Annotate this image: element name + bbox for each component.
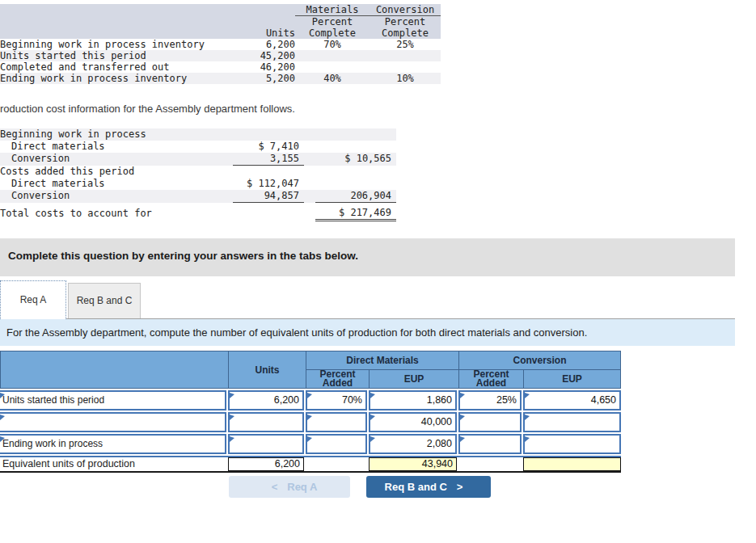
units-value: 46,200 xyxy=(202,61,295,73)
row-label: Direct materials xyxy=(0,141,233,153)
units-column-header: Units xyxy=(202,27,295,39)
amount-col1: $ 112,047 xyxy=(233,178,304,190)
conversion-pct-value xyxy=(370,50,441,61)
dm-percent-input[interactable]: 70% xyxy=(306,390,367,410)
table-row: Beginning work in process xyxy=(0,128,396,141)
conversion-group-header: Conversion xyxy=(370,4,441,16)
row-label: Costs added this period xyxy=(0,166,233,179)
amount-col1: $ 7,410 xyxy=(233,141,304,153)
table-row: Costs added this period xyxy=(0,166,396,179)
units-column-header: Units xyxy=(228,351,306,389)
col-gap xyxy=(304,190,315,203)
units-input[interactable] xyxy=(228,434,304,454)
dm-eup-input[interactable]: 40,000 xyxy=(369,412,457,432)
tab-req-a[interactable]: Req A xyxy=(0,280,66,319)
tab-req-b-and-c[interactable]: Req B and C xyxy=(68,283,141,318)
answer-table-body: Units started this period 6,200 70% 1,86… xyxy=(0,390,621,473)
table-row: Units started this period 45,200 xyxy=(0,50,441,61)
units-summary-table: Materials Conversion Percent Percent Uni… xyxy=(0,4,441,84)
header-spacer xyxy=(0,16,295,28)
answer-marker-icon xyxy=(0,415,5,420)
table-row: Direct materials $ 112,047 xyxy=(0,178,396,190)
cv-percent-added-header: Percent Added xyxy=(458,369,524,389)
totals-row-label: Equivalent units of production xyxy=(0,457,226,471)
materials-percent-header: Percent xyxy=(295,16,370,28)
row-label-input[interactable]: Units started this period xyxy=(0,390,226,410)
answer-row: 40,000 xyxy=(0,412,621,432)
answer-marker-icon xyxy=(230,393,234,398)
table-row: Ending work in process inventory 5,200 4… xyxy=(0,73,441,84)
answer-marker-icon xyxy=(0,436,5,442)
dm-eup-input[interactable]: 2,080 xyxy=(369,434,457,454)
row-label: Conversion xyxy=(0,153,233,166)
amount-col2 xyxy=(315,166,396,179)
answer-marker-icon xyxy=(307,415,312,420)
conversion-percent-header: Percent xyxy=(370,16,441,28)
table-row: Beginning work in process inventory 6,20… xyxy=(0,39,441,50)
cv-eup-input[interactable] xyxy=(523,412,621,432)
col-gap xyxy=(304,128,315,141)
prev-req-a-button[interactable]: <Req A xyxy=(229,476,350,498)
conversion-group-header: Conversion xyxy=(458,351,621,370)
col-gap xyxy=(304,207,315,221)
direct-materials-group-header: Direct Materials xyxy=(306,351,459,370)
materials-pct-value xyxy=(295,50,370,61)
answer-marker-icon xyxy=(230,436,234,442)
row-label: Direct materials xyxy=(0,178,233,190)
answer-marker-icon xyxy=(460,393,465,398)
units-value: 6,200 xyxy=(202,39,295,50)
answer-marker-icon xyxy=(525,436,530,442)
header-spacer xyxy=(0,27,202,39)
chevron-right-icon: > xyxy=(457,476,463,498)
answer-marker-icon xyxy=(307,436,312,442)
answer-marker-icon xyxy=(525,415,530,420)
cv-percent-input[interactable] xyxy=(458,434,522,454)
cv-eup-input[interactable] xyxy=(523,434,621,454)
conversion-pct-value xyxy=(370,61,441,73)
units-input[interactable] xyxy=(228,412,304,432)
answer-marker-icon xyxy=(460,436,465,442)
row-label: Ending work in process inventory xyxy=(0,73,202,84)
answer-row: Ending work in process 2,080 xyxy=(0,434,621,454)
amount-col1 xyxy=(233,128,304,141)
total-dm-eup-cell: 43,940 xyxy=(369,457,457,471)
col-gap xyxy=(304,153,315,166)
materials-pct-value: 40% xyxy=(295,73,370,84)
units-value: 5,200 xyxy=(202,73,295,84)
materials-complete-header: Complete xyxy=(295,27,370,39)
col-gap xyxy=(304,141,315,153)
conversion-complete-header: Complete xyxy=(370,27,441,39)
table-row: Total costs to account for $ 217,469 xyxy=(0,207,396,221)
amount-col1 xyxy=(233,166,304,179)
answer-marker-icon xyxy=(230,415,234,420)
instruction-text: For the Assembly department, compute the… xyxy=(0,319,735,339)
dm-percent-added-header: Percent Added xyxy=(306,369,370,389)
amount-col2: 206,904 xyxy=(315,190,396,203)
row-label: Beginning work in process xyxy=(0,128,233,141)
cv-percent-input[interactable]: 25% xyxy=(458,390,522,410)
row-label: Conversion xyxy=(0,190,233,203)
cv-percent-input[interactable] xyxy=(458,412,522,432)
dm-percent-input[interactable] xyxy=(306,412,367,432)
row-label-input[interactable]: Ending work in process xyxy=(0,434,226,454)
spacer-cell xyxy=(306,457,367,471)
dm-percent-input[interactable] xyxy=(306,434,367,454)
row-label-input[interactable] xyxy=(0,412,226,432)
totals-row: Equivalent units of production 6,200 43,… xyxy=(0,456,621,473)
next-req-b-and-c-button[interactable]: Req B and C> xyxy=(366,476,491,498)
col-gap xyxy=(304,166,315,179)
conversion-pct-value: 10% xyxy=(370,73,441,84)
units-input[interactable]: 6,200 xyxy=(228,390,304,410)
table-row: Conversion 94,857 206,904 xyxy=(0,190,396,203)
table-row: Completed and transferred out 46,200 xyxy=(0,61,441,73)
materials-pct-value: 70% xyxy=(295,39,370,50)
answer-row: Units started this period 6,200 70% 1,86… xyxy=(0,390,621,410)
dm-eup-input[interactable]: 1,860 xyxy=(369,390,457,410)
amount-col1: 94,857 xyxy=(233,190,304,203)
header-spacer xyxy=(0,4,295,16)
chevron-left-icon: < xyxy=(272,476,278,498)
answer-marker-icon xyxy=(0,393,5,398)
units-value: 45,200 xyxy=(202,50,295,61)
cv-eup-input[interactable]: 4,650 xyxy=(523,390,621,410)
answer-marker-icon xyxy=(370,415,375,420)
